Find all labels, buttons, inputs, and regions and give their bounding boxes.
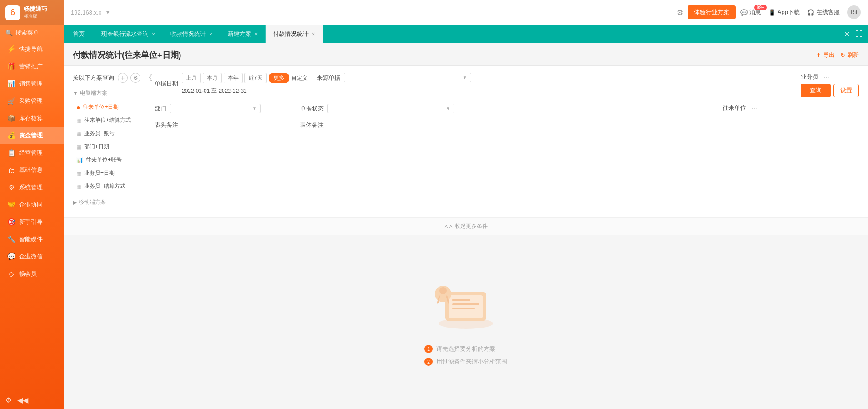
app-download-button[interactable]: 📱 App下载 (768, 8, 800, 16)
refresh-button[interactable]: ↻ 刷新 (840, 51, 859, 59)
settings-bottom-icon[interactable]: ⚙ (5, 396, 12, 404)
sidebar-item-purchase[interactable]: 🛒 采购管理 (0, 92, 64, 110)
system-icon: ⚙ (7, 183, 15, 192)
try-industry-button[interactable]: 体验行业方案 (688, 5, 736, 19)
sidebar-item-quick-nav[interactable]: ⚡ 快捷导航 (0, 40, 64, 58)
date-curr-year-btn[interactable]: 本年 (224, 73, 243, 83)
department-field: 部门 ▼ (155, 104, 291, 113)
filter-row-2: 部门 ▼ 单据状态 ▼ (155, 104, 859, 113)
scheme-salesman-account[interactable]: ▦ 业务员+账号 (73, 127, 140, 140)
tab-close-receipt[interactable]: ✕ (209, 31, 213, 37)
filter-panel: 按以下方案查询 + ⚙ 《 ▼ 电脑端方案 ● 往来单位+日期 (64, 66, 868, 217)
topbar-address: 192.168.x.x ▼ (71, 9, 672, 16)
online-service-button[interactable]: 🎧 在线客服 (807, 8, 840, 16)
scheme-chart-icon: 📊 (76, 157, 83, 163)
date-curr-month-btn[interactable]: 本月 (203, 73, 222, 83)
sidebar-item-system[interactable]: ⚙ 系统管理 (0, 179, 64, 196)
date-last-7days-btn[interactable]: 近7天 (244, 73, 267, 83)
scheme-salesman-date[interactable]: ▦ 业务员+日期 (73, 167, 140, 180)
scheme-partner-account[interactable]: 📊 往来单位+账号 (73, 153, 140, 167)
topbar-settings-icon[interactable]: ⚙ (677, 8, 683, 17)
empty-illustration (429, 278, 502, 334)
export-button[interactable]: ⬆ 导出 (816, 51, 835, 59)
sidebar-item-basic[interactable]: 🗂 基础信息 (0, 162, 64, 179)
empty-state: 1 请先选择要分析的方案 2 用过滤条件来缩小分析范围 (64, 235, 868, 409)
inventory-icon: 📦 (7, 114, 15, 122)
pc-scheme-group[interactable]: ▼ 电脑端方案 (73, 89, 140, 97)
scheme-dept-date[interactable]: ▦ 部门+日期 (73, 140, 140, 153)
sidebar-item-wechat[interactable]: 💬 企业微信 (0, 248, 64, 265)
scheme-salesman-payment[interactable]: ▦ 业务员+结算方式 (73, 180, 140, 193)
message-icon: 💬 (740, 9, 748, 16)
scheme-partner-payment[interactable]: ▦ 往来单位+结算方式 (73, 114, 140, 127)
sidebar-item-sales[interactable]: 📊 销售管理 (0, 75, 64, 92)
topbar-right: 💬 消息 99+ 📱 App下载 🎧 在线客服 Rit (740, 5, 861, 19)
mobile-scheme-group: ▶ 移动端方案 (73, 198, 140, 206)
sidebar-item-cooperation[interactable]: 🤝 企业协同 (0, 196, 64, 213)
sidebar-item-operation[interactable]: 📋 经营管理 (0, 144, 64, 162)
sidebar-nav: ⚡ 快捷导航 🎁 营销推广 📊 销售管理 🛒 采购管理 📦 库存核算 💰 资金管… (0, 40, 64, 391)
user-avatar[interactable]: Rit (847, 5, 861, 19)
scheme-table-icon2: ▦ (76, 131, 81, 137)
basic-icon: 🗂 (7, 166, 15, 174)
sidebar-item-guide[interactable]: 🎯 新手引导 (0, 213, 64, 231)
date-prev-month-btn[interactable]: 上月 (182, 73, 201, 83)
sales-icon: 📊 (7, 80, 15, 88)
refresh-icon: ↻ (840, 52, 845, 59)
body-note-input[interactable] (327, 120, 427, 130)
filter-collapse-button[interactable]: 《 (145, 73, 152, 83)
sidebar-item-capital[interactable]: 💰 资金管理 (0, 127, 64, 144)
main-area: 192.168.x.x ▼ ⚙ 体验行业方案 💬 消息 99+ 📱 App下载 … (64, 0, 868, 409)
scheme-table-icon4: ▦ (76, 170, 81, 177)
date-more-btn[interactable]: 更多 (269, 73, 289, 83)
filter-setting-button[interactable]: ⚙ (130, 73, 140, 83)
pc-scheme-arrow-icon: ▼ (73, 90, 78, 96)
empty-hint-2: 2 用过滤条件来缩小分析范围 (424, 358, 507, 366)
date-custom-btn[interactable]: 自定义 (291, 74, 308, 82)
topbar: 192.168.x.x ▼ ⚙ 体验行业方案 💬 消息 99+ 📱 App下载 … (64, 0, 868, 25)
sidebar-item-marketing[interactable]: 🎁 营销推广 (0, 58, 64, 75)
export-icon: ⬆ (816, 52, 821, 59)
department-select[interactable]: ▼ (170, 104, 261, 113)
logo-icon: 6 (5, 5, 20, 20)
search-menu[interactable]: 🔍 搜索菜单 (0, 25, 64, 40)
close-all-tabs-icon[interactable]: ✕ (844, 30, 850, 39)
sidebar-item-member[interactable]: ◇ 畅会员 (0, 265, 64, 283)
tab-close-payment[interactable]: ✕ (311, 31, 315, 37)
header-note-input[interactable] (182, 120, 282, 130)
tab-new-scheme[interactable]: 新建方案 ✕ (220, 25, 266, 43)
svg-rect-3 (452, 299, 470, 301)
collapse-more-bar[interactable]: ∧∧ 收起更多条件 (64, 217, 868, 235)
scheme-partner-date[interactable]: ● 往来单位+日期 (73, 101, 140, 114)
partner-select-dots[interactable]: ··· (752, 104, 757, 111)
tab-close-new-scheme[interactable]: ✕ (254, 31, 258, 37)
collapse-sidebar-icon[interactable]: ◀◀ (17, 396, 28, 404)
tab-bank[interactable]: 现金银行流水查询 ✕ (94, 25, 163, 43)
sidebar-item-inventory[interactable]: 📦 库存核算 (0, 110, 64, 127)
search-icon: 🔍 (5, 30, 13, 36)
operation-icon: 📋 (7, 149, 15, 157)
tabbar: 首页 现金银行流水查询 ✕ 收款情况统计 ✕ 新建方案 ✕ 付款情况统计 ✕ ✕… (64, 25, 868, 43)
tab-home[interactable]: 首页 (64, 25, 94, 43)
mobile-scheme-title[interactable]: ▶ 移动端方案 (73, 198, 140, 206)
collapse-icon: ∧∧ (444, 223, 453, 229)
source-voucher-select[interactable]: ▼ (344, 73, 471, 82)
cooperation-icon: 🤝 (7, 201, 15, 209)
tab-payment[interactable]: 付款情况统计 ✕ (266, 25, 323, 43)
sidebar-item-hardware[interactable]: 🔧 智能硬件 (0, 231, 64, 248)
message-button[interactable]: 💬 消息 99+ (740, 8, 761, 16)
tab-receipt[interactable]: 收款情况统计 ✕ (163, 25, 220, 43)
header-note-field: 表头备注 (155, 120, 291, 130)
hardware-icon: 🔧 (7, 235, 15, 243)
voucher-status-select[interactable]: ▼ (327, 104, 454, 113)
content-area: 付款情况统计(往来单位+日期) ⬆ 导出 ↻ 刷新 按以下方案查询 (64, 43, 868, 409)
marketing-icon: 🎁 (7, 62, 15, 71)
query-button[interactable]: 查询 (801, 84, 831, 97)
maximize-icon[interactable]: ⛶ (855, 30, 863, 38)
capital-icon: 💰 (7, 131, 15, 140)
filter-setting-small-button[interactable]: 设置 (833, 84, 859, 97)
filter-add-button[interactable]: + (118, 73, 128, 83)
scheme-table-icon3: ▦ (76, 144, 81, 150)
salesman-select-dots[interactable]: ··· (824, 73, 829, 81)
tab-close-bank[interactable]: ✕ (151, 31, 155, 37)
